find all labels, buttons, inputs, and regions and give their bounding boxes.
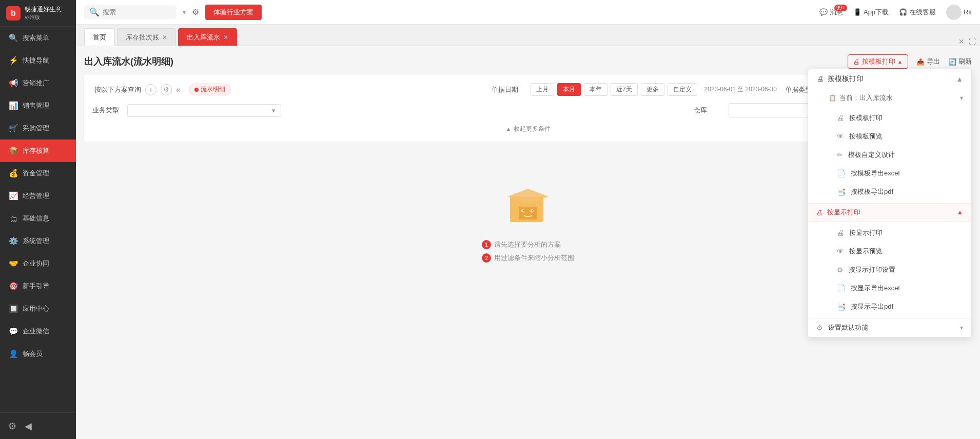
sidebar-item-guide[interactable]: 🎯 新手引导	[0, 275, 76, 297]
settings-footer-btn[interactable]: ⚙	[8, 421, 16, 432]
apps-icon: 🔲	[8, 304, 18, 314]
tab-batch[interactable]: 库存批次账 ✕	[117, 28, 176, 46]
close-window-btn[interactable]: ✕	[958, 37, 965, 46]
message-badge: 99+	[834, 5, 847, 11]
online-service-btn[interactable]: 🎧 在线客服	[899, 8, 936, 17]
sidebar-footer: ⚙ ◀	[0, 412, 76, 439]
page-content: 出入库流水(流水明细) 🖨 按模板打印 ▲ 📤 导出 🔄 刷新	[76, 46, 980, 439]
topbar-right: 💬 消息 99+ 📱 App下载 🎧 在线客服 Rit	[819, 5, 972, 20]
display-section-arrow[interactable]: ▲	[957, 209, 963, 216]
df-settings-icon: ⚙	[816, 324, 823, 332]
template-export-pdf-item[interactable]: 📑 按模板导出pdf	[808, 183, 971, 201]
tab-flow-close[interactable]: ✕	[223, 34, 228, 41]
sidebar-item-operations[interactable]: 📈 经营管理	[0, 185, 76, 207]
filter-add-button[interactable]: +	[145, 84, 156, 95]
date-range-display: 2023-06-01 至 2023-06-30	[704, 85, 777, 94]
sidebar-item-wechat[interactable]: 💬 企业微信	[0, 320, 76, 343]
refresh-button[interactable]: 🔄 刷新	[948, 57, 972, 66]
marketing-icon: 📢	[8, 78, 18, 88]
sidebar-item-member[interactable]: 👤 畅会员	[0, 343, 76, 365]
export-button[interactable]: 📤 导出	[916, 57, 940, 66]
sidebar-item-inventory[interactable]: 📦 库存核算	[0, 139, 76, 162]
template-export-excel-item[interactable]: 📄 按模板导出excel	[808, 164, 971, 183]
dropdown-printer-icon: 🖨	[816, 75, 824, 83]
dp-preview-icon: 👁	[837, 247, 844, 255]
topbar-search-box[interactable]: 🔍	[84, 5, 177, 19]
sidebar-item-base[interactable]: 🗂 基础信息	[0, 207, 76, 230]
tab-batch-close[interactable]: ✕	[162, 34, 167, 41]
sales-icon: 📊	[8, 101, 18, 111]
collab-icon: 🤝	[8, 258, 18, 269]
template-preview-item[interactable]: 👁 按模板预览	[808, 127, 971, 146]
tab-home[interactable]: 首页	[84, 28, 115, 46]
sidebar-item-search[interactable]: 🔍 搜索菜单	[0, 27, 76, 49]
empty-hints: 1 请先选择要分析的方案 2 用过滤条件来缩小分析范围	[482, 240, 574, 267]
message-btn[interactable]: 💬 消息 99+	[819, 8, 843, 17]
topbar-gear-icon[interactable]: ⚙	[192, 7, 199, 17]
app-download-btn[interactable]: 📱 App下载	[853, 8, 889, 17]
sidebar-item-finance[interactable]: 💰 资金管理	[0, 162, 76, 185]
search-nav-icon: 🔍	[8, 33, 18, 43]
sidebar-item-purchase[interactable]: 🛒 采购管理	[0, 117, 76, 139]
sidebar-nav: 🔍 搜索菜单 ⚡ 快捷导航 📢 营销推广 📊 销售管理 🛒 采购管理 📦 库存核…	[0, 27, 76, 412]
svg-point-5	[532, 210, 534, 212]
template-print-item[interactable]: 🖨 按模板打印	[808, 109, 971, 127]
display-print-section-header[interactable]: 🖨 按显示打印 ▲	[808, 203, 971, 222]
display-export-excel-item[interactable]: 📄 按显示导出excel	[808, 279, 971, 297]
filter-quick-actions: 按以下方案查询 + ⚙ «	[94, 84, 181, 95]
tag-dot	[194, 88, 199, 92]
dropdown-collapse-btn[interactable]: ▲	[956, 75, 963, 83]
sidebar: b 畅捷通好生意 标准版 🔍 搜索菜单 ⚡ 快捷导航 📢 营销推广 📊 销售管理…	[0, 0, 76, 439]
template-custom-item[interactable]: ✏ 模板自定义设计	[808, 146, 971, 164]
logo-text: 畅捷通好生意 标准版	[25, 6, 62, 21]
sidebar-item-system[interactable]: ⚙️ 系统管理	[0, 230, 76, 252]
avatar	[946, 5, 962, 20]
date-tag-last-month[interactable]: 上月	[531, 83, 554, 96]
page-title: 出入库流水(流水明细)	[84, 55, 173, 68]
date-tag-7days[interactable]: 近7天	[611, 83, 638, 96]
search-icon: 🔍	[89, 7, 100, 17]
current-template-arrow[interactable]: ▾	[960, 94, 963, 102]
sidebar-item-collab[interactable]: 🤝 企业协同	[0, 252, 76, 275]
search-input[interactable]	[103, 8, 164, 16]
maximize-window-btn[interactable]: ⛶	[969, 37, 976, 46]
dropdown-current-template: 📋 当前：出入库流水 ▾	[808, 89, 971, 107]
template-print-section: 🖨 按模板打印 👁 按模板预览 ✏ 模板自定义设计 📄 按模板导出excel 📑	[808, 107, 971, 203]
display-preview-item[interactable]: 👁 按显示预览	[808, 242, 971, 261]
date-tag-custom[interactable]: 自定义	[668, 83, 697, 96]
display-export-pdf-item[interactable]: 📑 按显示导出pdf	[808, 297, 971, 316]
guide-icon: 🎯	[8, 281, 18, 291]
topbar: 🔍 ▾ ⚙ 体验行业方案 💬 消息 99+ 📱 App下载 🎧 在线客服 Rit	[76, 0, 980, 25]
search-chevron-icon[interactable]: ▾	[183, 9, 186, 16]
display-print-item[interactable]: 🖨 按显示打印	[808, 224, 971, 242]
dp-settings-icon: ⚙	[837, 266, 844, 274]
sidebar-item-sales[interactable]: 📊 销售管理	[0, 94, 76, 117]
inventory-icon: 📦	[8, 146, 18, 156]
set-default-function-item[interactable]: ⚙ 设置默认功能 ▾	[808, 318, 971, 337]
tab-flow[interactable]: 出入库流水 ✕	[178, 28, 237, 46]
sidebar-item-shortcut[interactable]: ⚡ 快捷导航	[0, 49, 76, 72]
date-tag-more[interactable]: 更多	[641, 83, 664, 96]
finance-icon: 💰	[8, 168, 18, 178]
date-tag-this-month[interactable]: 本月	[557, 83, 581, 96]
active-filter-tag[interactable]: 流水明细	[189, 84, 231, 95]
industry-solution-button[interactable]: 体验行业方案	[205, 5, 262, 20]
refresh-icon: 🔄	[948, 58, 956, 66]
printer-icon: 🖨	[853, 58, 860, 66]
date-tag-this-year[interactable]: 本年	[584, 83, 607, 96]
sidebar-item-marketing[interactable]: 📢 营销推广	[0, 72, 76, 94]
filter-settings-button[interactable]: ⚙	[161, 84, 172, 95]
collapse-sidebar-btn[interactable]: ◀	[25, 421, 32, 432]
filter-collapse-icon[interactable]: «	[176, 85, 181, 94]
template-print-button[interactable]: 🖨 按模板打印 ▲	[848, 54, 908, 69]
operations-icon: 📈	[8, 191, 18, 201]
system-icon: ⚙️	[8, 236, 18, 246]
user-avatar-area[interactable]: Rit	[946, 5, 972, 20]
app-icon: 📱	[853, 8, 861, 16]
chevron-up-icon: ▲	[897, 59, 903, 65]
sidebar-item-apps[interactable]: 🔲 应用中心	[0, 297, 76, 320]
date-filter-group: 上月 本月 本年 近7天 更多 自定义 2023-06-01 至 2023-06…	[531, 83, 777, 96]
display-print-settings-item[interactable]: ⚙ 按显示打印设置	[808, 261, 971, 279]
print-dropdown-panel: 🖨 按模板打印 ▲ 📋 当前：出入库流水 ▾ 🖨 按模板打印	[808, 69, 972, 337]
business-type-select[interactable]: ▾	[127, 104, 281, 117]
